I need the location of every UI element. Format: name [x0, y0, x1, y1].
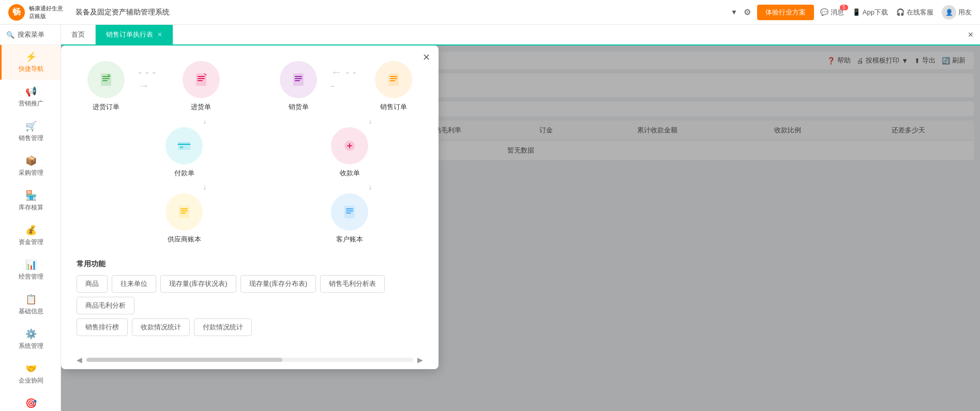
- popup-overlay: ✕ 进货订单: [61, 45, 980, 411]
- scroll-left-arrow[interactable]: ◀: [77, 356, 82, 364]
- tab-sales-exec[interactable]: 销售订单执行表 ✕: [96, 25, 173, 44]
- svg-rect-3: [388, 73, 399, 86]
- v-arrow-purchase: ↓: [174, 117, 236, 125]
- header-right: 💬 消息 5 📱 App下载 🎧 在线客服 👤 用友: [820, 5, 972, 20]
- flow-node-payment[interactable]: 付款单: [153, 127, 215, 178]
- logo-icon: 畅: [8, 4, 25, 21]
- user-avatar: 👤: [942, 5, 956, 20]
- content-area: 首页 销售订单执行表 ✕ ✕ ❓ 帮助: [61, 25, 980, 411]
- target-icon: 🎯: [25, 398, 37, 409]
- sidebar: 🔍 搜索菜单 ⚡ 快捷导航 📢 营销推广 🛒 销售管理 📦 采购管理 🏪: [0, 25, 61, 411]
- svg-rect-5: [180, 146, 183, 148]
- flow-node-supplier-ledger[interactable]: 供应商账本: [153, 193, 215, 244]
- main-body: 🔍 搜索菜单 ⚡ 快捷导航 📢 营销推广 🛒 销售管理 📦 采购管理 🏪: [0, 25, 980, 411]
- user-menu[interactable]: 👤 用友: [942, 5, 972, 20]
- flow-row-3: 供应商账本 客户账本: [77, 193, 423, 244]
- sidebar-item-marketing[interactable]: 📢 营销推广: [0, 80, 61, 114]
- tab-bar: 首页 销售订单执行表 ✕ ✕: [61, 25, 980, 45]
- svg-rect-1: [196, 73, 206, 86]
- svg-rect-8: [344, 206, 355, 218]
- scroll-area: ◀ ▶: [61, 351, 439, 369]
- message-btn[interactable]: 💬 消息 5: [820, 8, 844, 17]
- flow-node-sales-order[interactable]: 销售订单: [365, 61, 423, 112]
- flow-node-purchase-order[interactable]: 进货订单: [77, 61, 135, 112]
- sidebar-item-finance[interactable]: 💰 资金管理: [0, 218, 61, 253]
- flow-section: 进货订单 - - - →: [61, 45, 439, 260]
- tab-home[interactable]: 首页: [61, 25, 96, 44]
- clipboard-icon: 📋: [25, 294, 37, 305]
- store-icon: 🏪: [25, 190, 37, 201]
- customer-ledger-icon: [331, 193, 368, 231]
- phone-icon: 📱: [852, 8, 861, 16]
- sidebar-item-purchase[interactable]: 📦 采购管理: [0, 149, 61, 184]
- settings-icon[interactable]: ⚙: [744, 7, 751, 17]
- try-btn[interactable]: 体验行业方案: [757, 5, 814, 20]
- top-header: 畅 畅康通好生意 店账版 装备及固定资产辅助管理系统 ▼ ⚙ 体验行业方案 💬 …: [0, 0, 980, 25]
- arrow-purchase-to-bill: - - - →: [137, 66, 170, 93]
- online-service-btn[interactable]: 🎧 在线客服: [896, 8, 933, 17]
- message-icon: 💬: [820, 8, 828, 16]
- sidebar-item-guide[interactable]: 🎯 新手引导: [0, 391, 61, 411]
- common-btn-receipt-stats[interactable]: 收款情况统计: [132, 318, 190, 336]
- common-buttons-row2: 销售排行榜 收款情况统计 付款情况统计: [77, 318, 423, 336]
- flow-vconnectors: ↓ ↓: [77, 117, 423, 125]
- sidebar-item-quick-nav[interactable]: ⚡ 快捷导航: [0, 45, 61, 80]
- common-functions-title: 常用功能: [77, 260, 423, 269]
- common-btn-sales-profit[interactable]: 销售毛利分析表: [320, 275, 385, 293]
- chart-icon: 📊: [25, 259, 37, 270]
- common-btn-counterparty[interactable]: 往来单位: [112, 275, 156, 293]
- svg-rect-2: [293, 73, 304, 86]
- sidebar-item-sales[interactable]: 🛒 销售管理: [0, 114, 61, 149]
- popup-close-btn[interactable]: ✕: [423, 52, 430, 63]
- supplier-ledger-icon: [165, 193, 203, 231]
- sidebar-item-operations[interactable]: 📊 经营管理: [0, 253, 61, 287]
- v-arrow-receipt: ↓: [339, 183, 401, 191]
- flow-node-purchase-bill[interactable]: 进货单: [172, 61, 230, 112]
- logo-area: 畅 畅康通好生意 店账版: [8, 4, 69, 21]
- purchase-bill-icon: [183, 61, 220, 98]
- cart-icon: 🛒: [25, 120, 37, 132]
- app-title: 装备及固定资产辅助管理系统: [76, 8, 725, 17]
- common-btn-payment-stats[interactable]: 付款情况统计: [194, 318, 252, 336]
- svg-rect-4: [178, 142, 190, 150]
- common-btn-sales-rank[interactable]: 销售排行榜: [77, 318, 128, 336]
- scrollbar-thumb: [86, 358, 282, 362]
- sales-order-icon: [375, 61, 412, 98]
- sidebar-item-inventory[interactable]: 🏪 库存核算: [0, 184, 61, 218]
- common-btn-stock-status[interactable]: 现存量(库存状况表): [160, 275, 236, 293]
- flow-row-2: 付款单 收款单: [77, 127, 423, 178]
- common-btn-goods[interactable]: 商品: [77, 275, 108, 293]
- receipt-icon: [331, 127, 368, 164]
- v-arrow-payment: ↓: [174, 183, 236, 191]
- tab-close-icon[interactable]: ✕: [157, 31, 162, 38]
- flow-node-receipt[interactable]: 收款单: [319, 127, 381, 178]
- box-icon: 📦: [25, 155, 37, 166]
- sidebar-item-enterprise[interactable]: 🤝 企业协同: [0, 357, 61, 391]
- search-icon: 🔍: [6, 31, 14, 39]
- search-menu-btn[interactable]: 🔍 搜索菜单: [0, 25, 61, 45]
- app-wrapper: 畅 畅康通好生意 店账版 装备及固定资产辅助管理系统 ▼ ⚙ 体验行业方案 💬 …: [0, 0, 980, 411]
- common-section: 常用功能 商品 往来单位 现存量(库存状况表) 现存量(库存分布表) 销售毛利分…: [61, 260, 439, 351]
- flow-node-sales-bill[interactable]: 销货单: [269, 61, 328, 112]
- scrollbar-track[interactable]: [86, 358, 413, 362]
- flow-vconnectors2: ↓ ↓: [77, 183, 423, 191]
- sidebar-item-basic-info[interactable]: 📋 基础信息: [0, 287, 61, 322]
- logo-text: 畅康通好生意 店账版: [29, 5, 63, 20]
- megaphone-icon: 📢: [25, 86, 37, 97]
- flow-row-1: 进货订单 - - - →: [77, 61, 423, 112]
- handshake-icon: 🤝: [25, 363, 37, 374]
- svg-rect-7: [179, 206, 189, 218]
- common-btn-stock-dist[interactable]: 现存量(库存分布表): [240, 275, 316, 293]
- v-arrow-sales: ↓: [339, 117, 401, 125]
- gear-icon: ⚙️: [25, 328, 37, 340]
- scroll-right-arrow[interactable]: ▶: [417, 356, 423, 364]
- flow-popup: ✕ 进货订单: [61, 45, 439, 369]
- money-icon: 💰: [25, 224, 37, 236]
- app-download-btn[interactable]: 📱 App下载: [852, 8, 888, 17]
- sales-bill-icon: [280, 61, 317, 98]
- common-btn-goods-profit[interactable]: 商品毛利分析: [77, 297, 134, 314]
- tab-bar-close-icon[interactable]: ✕: [968, 31, 974, 39]
- flow-node-customer-ledger[interactable]: 客户账本: [319, 193, 381, 244]
- sidebar-item-system[interactable]: ⚙️ 系统管理: [0, 322, 61, 357]
- system-dropdown[interactable]: ▼: [731, 8, 737, 16]
